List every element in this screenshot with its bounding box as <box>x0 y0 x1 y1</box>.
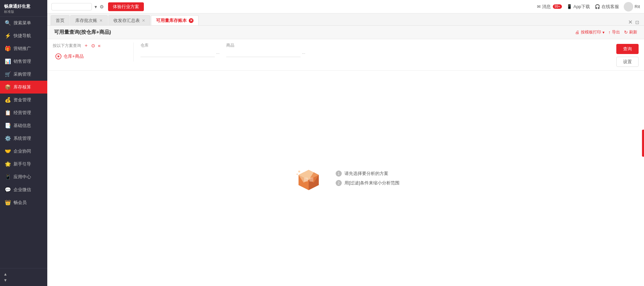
sidebar-label-purchase: 采购管理 <box>14 71 31 77</box>
sidebar-icon-member: 👑 <box>5 200 11 206</box>
sidebar-icon-basics: 📑 <box>5 123 11 129</box>
sidebar-item-purchase[interactable]: 🛒采购管理 <box>0 68 47 81</box>
scheme-item-label: 仓库+商品 <box>63 53 84 59</box>
topbar-right: ✉ 消息 99+ 📱 App下载 🎧 在线客服 Rit <box>537 2 640 11</box>
sidebar-item-marketing[interactable]: 🎁营销推广 <box>0 42 47 55</box>
settings-button[interactable]: 设置 <box>616 57 639 67</box>
empty-cube-svg <box>292 161 326 195</box>
sidebar-label-basics: 基础信息 <box>14 123 31 129</box>
goods-label: 商品 <box>226 43 305 48</box>
page-title: 可用量查询(按仓库+商品) <box>54 29 111 35</box>
goods-filter: 商品 ··· <box>226 43 305 57</box>
topbar-dropdown-button[interactable]: ▾ <box>95 4 97 9</box>
query-area: 按以下方案查询 ＋ ⊙ « 仓库+商品 仓库 <box>47 39 644 71</box>
scheme-item-warehouse-goods[interactable]: 仓库+商品 <box>53 51 128 61</box>
sidebar-item-system[interactable]: ⚙️系统管理 <box>0 132 47 145</box>
filter-area: 仓库 ··· 商品 ··· <box>134 43 616 57</box>
message-icon: ✉ <box>537 4 541 9</box>
topbar-online-service[interactable]: 🎧 在线客服 <box>595 4 619 10</box>
query-button[interactable]: 查询 <box>616 44 639 54</box>
sidebar-icon-shortcut: ⚡ <box>5 33 11 39</box>
topbar-app-download[interactable]: 📱 App下载 <box>567 4 590 10</box>
sidebar-icon-wechat: 💬 <box>5 187 11 193</box>
manage-scheme-icon[interactable]: ⊙ <box>91 43 95 48</box>
goods-more-icon[interactable]: ··· <box>302 51 305 56</box>
svg-rect-9 <box>304 178 308 182</box>
empty-tip-2: 2 用[过滤]条件来缩小分析范围 <box>336 180 400 186</box>
scheme-title: 按以下方案查询 ＋ ⊙ « <box>53 43 128 49</box>
sidebar-icon-sales: 📊 <box>5 58 11 64</box>
topbar-user[interactable]: Rit <box>624 2 640 11</box>
add-scheme-icon[interactable]: ＋ <box>84 43 88 49</box>
sidebar-label-operations: 经营管理 <box>14 110 31 116</box>
sidebar-icon-appstore: 📱 <box>5 174 11 180</box>
tab-batch-ledger[interactable]: 库存批次账✕ <box>70 15 108 25</box>
sidebar-nav: 🔍搜索菜单⚡快捷导航🎁营销推广📊销售管理🛒采购管理📦库存核算💰资金管理📋经营管理… <box>0 17 47 268</box>
sidebar-icon-system: ⚙️ <box>5 135 11 141</box>
sidebar-item-sales[interactable]: 📊销售管理 <box>0 55 47 68</box>
close-tab-available-ledger-icon[interactable]: ✕ <box>189 18 194 23</box>
topbar-search-input[interactable] <box>51 3 92 10</box>
sidebar-item-member[interactable]: 👑畅会员 <box>0 196 47 209</box>
sidebar-item-basics[interactable]: 📑基础信息 <box>0 119 47 132</box>
warehouse-input[interactable] <box>140 50 215 57</box>
tip-2-number: 2 <box>336 180 342 186</box>
message-badge: 99+ <box>553 4 562 9</box>
refresh-button[interactable]: ↻ 刷新 <box>624 29 637 35</box>
empty-box: 1 请先选择要分析的方案 2 用[过滤]条件来缩小分析范围 <box>292 161 400 195</box>
export-icon: ↑ <box>609 30 611 35</box>
right-scroll-indicator[interactable] <box>642 130 644 157</box>
sidebar-label-enterprise: 企业协同 <box>14 148 31 154</box>
online-service-label: 在线客服 <box>601 4 619 10</box>
sidebar-item-appstore[interactable]: 📱应用中心 <box>0 171 47 183</box>
tab-receipt-summary[interactable]: 收发存汇总表✕ <box>108 15 150 25</box>
refresh-label: 刷新 <box>629 29 637 35</box>
sidebar-item-operations[interactable]: 📋经营管理 <box>0 106 47 119</box>
topbar-message[interactable]: ✉ 消息 99+ <box>537 4 562 10</box>
sidebar-scroll-down[interactable]: ▼ <box>0 277 47 283</box>
export-label: 导出 <box>612 29 620 35</box>
sidebar-item-inventory[interactable]: 📦库存核算 <box>0 81 47 94</box>
svg-rect-10 <box>309 178 313 182</box>
sidebar-header: 畅康通好生意 标准版 <box>0 0 47 17</box>
content-area: 可用量查询(按仓库+商品) 🖨 按模板打印 ▾ ↑ 导出 ↻ 刷新 <box>47 26 644 286</box>
sidebar-item-newbie[interactable]: 🌟新手引导 <box>0 158 47 171</box>
sidebar-item-finance[interactable]: 💰资金管理 <box>0 94 47 106</box>
user-name: Rit <box>635 4 640 9</box>
tab-home[interactable]: 首页 <box>51 15 70 25</box>
expand-icon[interactable]: ⊡ <box>635 20 639 25</box>
sidebar-item-enterprise[interactable]: 🤝企业协同 <box>0 145 47 158</box>
empty-tips: 1 请先选择要分析的方案 2 用[过滤]条件来缩小分析范围 <box>336 171 400 186</box>
tip-1-text: 请先选择要分析的方案 <box>344 171 388 177</box>
sidebar-icon-marketing: 🎁 <box>5 46 11 52</box>
close-tab-batch-ledger-icon[interactable]: ✕ <box>99 18 103 23</box>
export-button[interactable]: ↑ 导出 <box>609 29 620 35</box>
sidebar-item-wechat[interactable]: 💬企业微信 <box>0 183 47 196</box>
tab-available-ledger[interactable]: 可用量库存账本✕ <box>151 15 199 25</box>
empty-tip-1: 1 请先选择要分析的方案 <box>336 171 400 177</box>
topbar-industry-button[interactable]: 体验行业方案 <box>108 2 144 11</box>
scheme-panel: 按以下方案查询 ＋ ⊙ « 仓库+商品 <box>53 43 134 61</box>
collapse-scheme-icon[interactable]: « <box>98 43 101 48</box>
phone-icon: 📱 <box>567 4 572 9</box>
page-header: 可用量查询(按仓库+商品) 🖨 按模板打印 ▾ ↑ 导出 ↻ 刷新 <box>47 26 644 39</box>
topbar: ▾ ⚙ 体验行业方案 ✉ 消息 99+ 📱 App下载 🎧 在线客服 Rit <box>47 0 644 14</box>
warehouse-more-icon[interactable]: ··· <box>216 51 220 56</box>
svg-point-2 <box>58 56 59 57</box>
close-all-tabs-icon[interactable]: ✕ <box>628 19 633 25</box>
goods-input[interactable] <box>226 50 301 57</box>
sidebar-label-search: 搜索菜单 <box>14 20 31 26</box>
tab-label-available-ledger: 可用量库存账本 <box>156 18 187 24</box>
print-label: 按模板打印 <box>581 29 601 35</box>
sidebar-scroll-up[interactable]: ▲ <box>0 271 47 277</box>
print-dropdown-icon: ▾ <box>602 30 604 35</box>
sidebar-label-sales: 销售管理 <box>14 58 31 64</box>
sidebar-icon-operations: 📋 <box>5 110 11 116</box>
sidebar: 畅康通好生意 标准版 🔍搜索菜单⚡快捷导航🎁营销推广📊销售管理🛒采购管理📦库存核… <box>0 0 47 286</box>
sidebar-item-shortcut[interactable]: ⚡快捷导航 <box>0 29 47 42</box>
print-button[interactable]: 🖨 按模板打印 ▾ <box>575 29 604 35</box>
close-tab-receipt-summary-icon[interactable]: ✕ <box>142 18 145 23</box>
topbar-gear-icon[interactable]: ⚙ <box>100 4 104 9</box>
sidebar-item-search[interactable]: 🔍搜索菜单 <box>0 17 47 29</box>
goods-input-wrapper: ··· <box>226 50 305 57</box>
